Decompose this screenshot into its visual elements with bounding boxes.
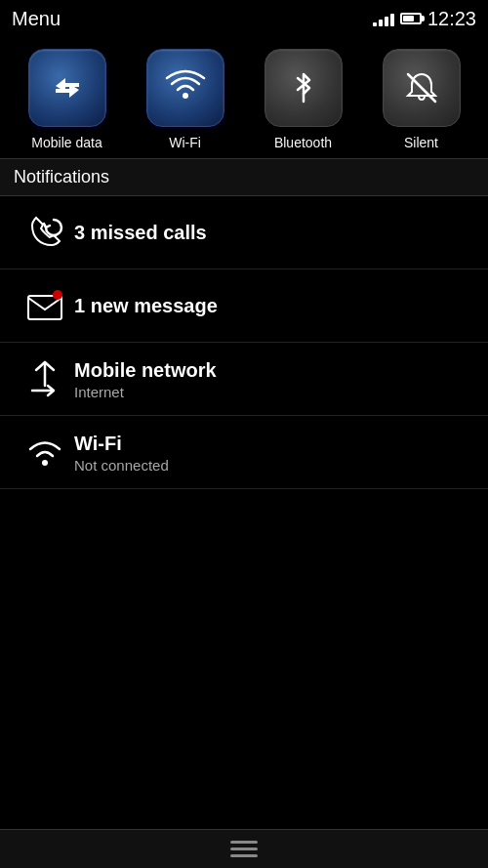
svg-point-1	[183, 93, 188, 99]
bottom-bar	[0, 829, 488, 868]
mobile-network-icon	[16, 356, 74, 401]
notification-new-message[interactable]: 1 new message	[0, 269, 488, 343]
wifi-status-subtitle: Not connected	[74, 457, 472, 474]
mobile-data-label: Mobile data	[31, 135, 102, 150]
new-message-title: 1 new message	[74, 294, 472, 317]
wifi-label: Wi-Fi	[169, 135, 201, 150]
menu-icon[interactable]	[230, 841, 258, 857]
missed-calls-title: 3 missed calls	[74, 221, 472, 244]
menu-label: Menu	[12, 8, 61, 30]
silent-label: Silent	[404, 135, 438, 150]
silent-button[interactable]	[383, 49, 461, 127]
mobile-network-text: Mobile network Internet	[74, 358, 472, 400]
missed-calls-icon	[16, 210, 74, 255]
notification-wifi-status[interactable]: Wi-Fi Not connected	[0, 416, 488, 489]
battery-icon	[400, 13, 422, 24]
toggle-silent[interactable]: Silent	[383, 49, 461, 150]
toggle-wifi[interactable]: Wi-Fi	[146, 49, 224, 150]
status-right: 12:23	[373, 8, 476, 30]
new-message-icon	[16, 283, 74, 328]
wifi-status-text: Wi-Fi Not connected	[74, 432, 472, 474]
notifications-header: Notifications	[0, 158, 488, 196]
svg-point-0	[48, 68, 87, 107]
toggle-mobile-data[interactable]: Mobile data	[28, 49, 106, 150]
signal-icon	[373, 11, 394, 26]
quick-toggles: Mobile data Wi-Fi Bluetooth	[0, 37, 488, 158]
svg-point-6	[42, 460, 48, 466]
clock: 12:23	[427, 8, 476, 30]
missed-calls-text: 3 missed calls	[74, 221, 472, 244]
notification-missed-calls[interactable]: 3 missed calls	[0, 196, 488, 269]
bluetooth-label: Bluetooth	[274, 135, 332, 150]
status-bar: Menu 12:23	[0, 0, 488, 37]
notification-mobile-network[interactable]: Mobile network Internet	[0, 343, 488, 416]
bluetooth-button[interactable]	[264, 49, 343, 127]
mobile-data-button[interactable]	[28, 49, 106, 127]
mobile-network-subtitle: Internet	[74, 384, 472, 400]
new-message-text: 1 new message	[74, 294, 472, 317]
wifi-button[interactable]	[146, 49, 224, 127]
mobile-network-title: Mobile network	[74, 358, 472, 382]
toggle-bluetooth[interactable]: Bluetooth	[264, 49, 343, 150]
svg-point-4	[53, 290, 62, 300]
wifi-status-icon	[16, 430, 74, 475]
wifi-status-title: Wi-Fi	[74, 432, 472, 455]
